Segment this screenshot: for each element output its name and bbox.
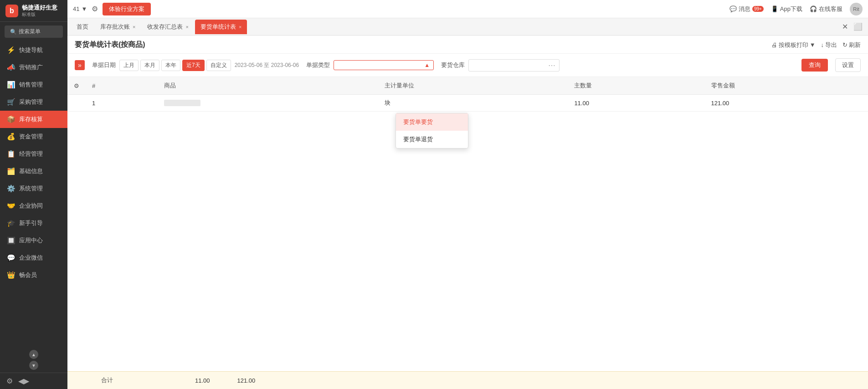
members-icon: 👑 <box>6 271 15 280</box>
sidebar-search[interactable]: 🔍 搜索菜单 <box>5 26 63 38</box>
settings-bottom-icon[interactable]: ⚙ <box>6 377 13 385</box>
header-right: 💬 消息 99+ 📱 App下载 🎧 在线客服 Rit <box>729 3 863 15</box>
sidebar-item-shortcut[interactable]: ⚡ 快捷导航 <box>0 41 67 59</box>
tab-batch-close[interactable]: × <box>133 24 135 30</box>
app-logo-text: 畅捷通好生意 标准版 <box>22 4 57 18</box>
top-header: 41 ▼ ⚙ 体验行业方案 💬 消息 99+ 📱 App下载 🎧 在线客服 Ri… <box>67 0 868 18</box>
table-header-row: ⚙ # 商品 主计量单位 主数量 零售金额 <box>67 77 868 95</box>
expand-filter-btn[interactable]: » <box>75 60 85 70</box>
sidebar-bottom: ⚙ ◀▶ <box>0 373 67 389</box>
col-qty: 主数量 <box>568 77 704 95</box>
online-service-action[interactable]: 🎧 在线客服 <box>810 5 842 13</box>
header-left: 41 ▼ ⚙ 体验行业方案 <box>73 3 151 15</box>
app-download-action[interactable]: 📱 App下载 <box>771 5 802 13</box>
row-unit-cell: 块 <box>378 95 568 112</box>
avatar[interactable]: Rit <box>850 3 863 15</box>
sidebar-item-marketing[interactable]: 📣 营销推广 <box>0 59 67 76</box>
col-unit: 主计量单位 <box>378 77 568 95</box>
dropdown-item-order-return[interactable]: 要货单退货 <box>396 131 468 148</box>
messages-label: 消息 <box>739 5 750 13</box>
sidebar-item-guide[interactable]: 🎓 新手引导 <box>0 215 67 232</box>
guide-icon: 🎓 <box>6 219 15 228</box>
total-label: 合计 <box>101 376 113 384</box>
row-amount-cell: 121.00 <box>705 95 868 112</box>
store-number: 41 <box>73 5 79 12</box>
finance-icon: 💰 <box>6 132 15 141</box>
sidebar-item-apps[interactable]: 🔲 应用中心 <box>0 232 67 249</box>
sidebar-item-wechat[interactable]: 💬 企业微信 <box>0 249 67 266</box>
close-all-tab-btn[interactable]: ✕ <box>840 21 850 32</box>
row-qty-cell: 11.00 <box>568 95 704 112</box>
wechat-icon: 💬 <box>6 253 15 262</box>
page-title: 要货单统计表(按商品) <box>75 40 145 50</box>
main-table: ⚙ # 商品 主计量单位 主数量 零售金额 1 product <box>67 77 868 112</box>
purchase-icon: 🛒 <box>6 97 15 107</box>
store-selector[interactable]: 41 ▼ <box>73 5 87 12</box>
type-select[interactable]: ▲ <box>334 60 434 70</box>
row-product-cell: product <box>158 95 378 112</box>
sidebar-item-purchase[interactable]: 🛒 采购管理 <box>0 93 67 111</box>
date-btn-up[interactable]: 上月 <box>119 60 139 71</box>
header-settings-icon[interactable]: ⚙ <box>92 5 98 13</box>
trial-button[interactable]: 体验行业方案 <box>103 3 151 15</box>
tab-home-label: 首页 <box>77 23 88 31</box>
date-btn-month[interactable]: 本月 <box>140 60 159 71</box>
date-btn-custom[interactable]: 自定义 <box>206 60 231 71</box>
type-dropdown-menu: 要货单要货 要货单退货 <box>395 113 468 148</box>
system-icon: ⚙️ <box>6 184 15 193</box>
headset-icon: 🎧 <box>810 5 817 12</box>
tab-order-close[interactable]: × <box>239 24 241 30</box>
tab-summary[interactable]: 收发存汇总表 × <box>142 20 194 34</box>
type-filter-label: 单据类型 <box>306 61 330 69</box>
sidebar-item-system[interactable]: ⚙️ 系统管理 <box>0 180 67 197</box>
brand-sub: 标准版 <box>22 11 57 17</box>
brand-name: 畅捷通好生意 <box>22 4 57 12</box>
refresh-label: 刷新 <box>849 41 861 49</box>
collapse-icon[interactable]: ◀▶ <box>18 377 29 385</box>
table-row: 1 product 块 11.00 121.00 <box>67 95 868 112</box>
sidebar-logo: b 畅捷通好生意 标准版 <box>0 0 67 22</box>
main-area: 41 ▼ ⚙ 体验行业方案 💬 消息 99+ 📱 App下载 🎧 在线客服 Ri… <box>67 0 868 389</box>
row-index-cell: 1 <box>86 95 158 112</box>
chevron-down-icon: ▼ <box>81 5 87 12</box>
print-icon: 🖨 <box>771 41 777 48</box>
sidebar-scroll-up-btn[interactable]: ▲ <box>29 350 38 359</box>
sidebar-item-sales[interactable]: 📊 销售管理 <box>0 76 67 93</box>
col-settings[interactable]: ⚙ <box>67 77 86 95</box>
date-range-text: 2023-05-06 至 2023-06-06 <box>235 61 299 69</box>
phone-icon: 📱 <box>771 5 778 12</box>
operations-icon: 📋 <box>6 149 15 159</box>
more-icon: ⋯ <box>548 61 555 70</box>
tab-home[interactable]: 首页 <box>71 20 94 34</box>
collab-icon: 🤝 <box>6 201 15 210</box>
tab-order[interactable]: 要货单统计表 × <box>195 20 247 34</box>
tab-summary-label: 收发存汇总表 <box>147 23 183 31</box>
basic-icon: 🗂️ <box>6 167 15 176</box>
refresh-action[interactable]: ↻ 刷新 <box>842 41 861 49</box>
sidebar-item-basic[interactable]: 🗂️ 基础信息 <box>0 163 67 180</box>
sidebar-item-finance[interactable]: 💰 资金管理 <box>0 128 67 145</box>
maximize-tab-btn[interactable]: ⬜ <box>852 21 864 32</box>
date-options: 上月 本月 本年 近7天 自定义 <box>119 60 231 71</box>
sidebar-item-operations[interactable]: 📋 经营管理 <box>0 145 67 163</box>
tab-batch[interactable]: 库存批次账 × <box>95 20 141 34</box>
query-button[interactable]: 查询 <box>801 59 828 72</box>
settings-button[interactable]: 设置 <box>835 58 861 72</box>
print-action[interactable]: 🖨 按模板打印 ▼ <box>771 41 816 49</box>
app-download-label: App下载 <box>780 5 802 13</box>
sidebar-item-collab[interactable]: 🤝 企业协同 <box>0 197 67 215</box>
warehouse-select[interactable]: ⋯ <box>468 59 560 72</box>
sidebar-scroll-down-btn[interactable]: ▼ <box>29 361 38 370</box>
export-action[interactable]: ↓ 导出 <box>821 41 837 49</box>
marketing-icon: 📣 <box>6 63 15 72</box>
messages-action[interactable]: 💬 消息 99+ <box>729 5 764 13</box>
tab-summary-close[interactable]: × <box>185 24 188 30</box>
date-btn-7days[interactable]: 近7天 <box>182 60 205 71</box>
date-btn-year[interactable]: 本年 <box>161 60 180 71</box>
search-icon: 🔍 <box>10 29 17 35</box>
dropdown-item-order-goods[interactable]: 要货单要货 <box>396 113 468 131</box>
col-index: # <box>86 77 158 95</box>
sidebar: b 畅捷通好生意 标准版 🔍 搜索菜单 ⚡ 快捷导航 📣 营销推广 📊 销售管理… <box>0 0 67 389</box>
sidebar-item-members[interactable]: 👑 畅会员 <box>0 266 67 284</box>
sidebar-item-inventory[interactable]: 📦 库存核算 <box>0 111 67 128</box>
